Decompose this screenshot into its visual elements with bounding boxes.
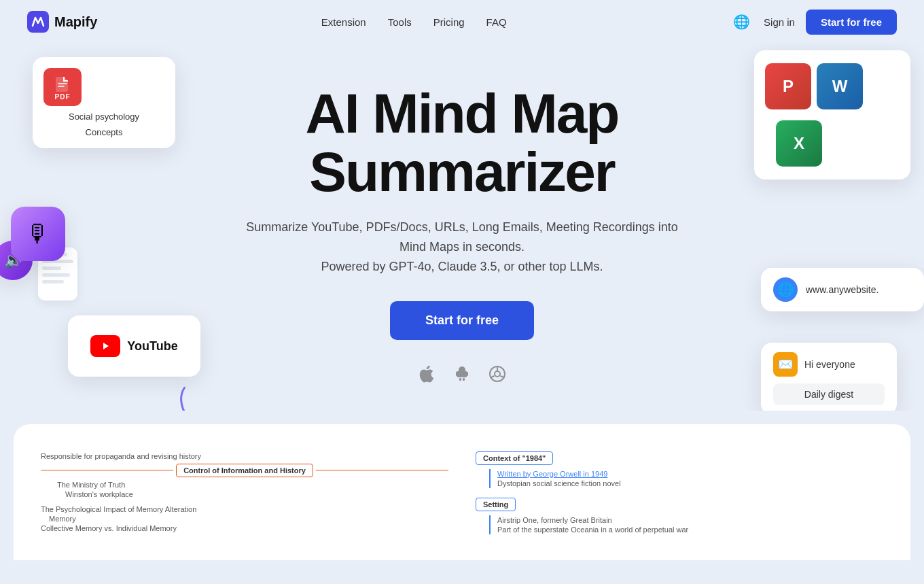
- language-button[interactable]: 🌐: [730, 11, 753, 33]
- nav-right: 🌐 Sign in Start for free: [730, 10, 897, 35]
- email-card: ✉️ Hi everyone Daily digest: [761, 343, 897, 411]
- svg-rect-4: [457, 371, 467, 377]
- mindmap-left: Responsible for propaganda and revising …: [41, 451, 448, 560]
- svg-rect-5: [456, 372, 457, 376]
- mm-sub-genre: Dystopian social science fiction novel: [497, 479, 883, 488]
- svg-point-10: [495, 371, 500, 377]
- email-icon: ✉️: [773, 352, 798, 377]
- mm-node-context: Context of "1984": [476, 451, 553, 465]
- pdf-card: PDF Social psychology Concepts: [33, 57, 175, 148]
- mm-sub1e: Memory: [41, 514, 448, 523]
- android-icon: [452, 364, 472, 383]
- mm-sub-author: Written by George Orwell in 1949: [497, 469, 883, 479]
- email-digest: Daily digest: [773, 383, 885, 405]
- svg-rect-6: [467, 372, 468, 376]
- mm-sub-oceania: Part of the superstate Oceania in a worl…: [497, 525, 883, 534]
- pdf-text1: Social psychology: [43, 111, 164, 122]
- chrome-icon: [488, 364, 507, 383]
- mm-sub1c: Responsible for propaganda and revising …: [41, 451, 448, 461]
- office-card: P W X: [754, 50, 910, 179]
- svg-point-2: [459, 369, 461, 371]
- logo[interactable]: Mapify: [27, 11, 97, 33]
- youtube-play-icon: [90, 335, 120, 357]
- mm-sub1f: Collective Memory vs. Individual Memory: [41, 523, 448, 533]
- nav-links: Extension Tools Pricing FAQ: [321, 16, 507, 28]
- svg-marker-1: [103, 343, 109, 349]
- office-icons: P W X: [754, 52, 910, 177]
- hero-cta-button[interactable]: Start for free: [390, 301, 534, 340]
- logo-icon: [27, 11, 49, 33]
- globe-icon: 🌐: [773, 277, 798, 302]
- mm-sub-airstrip: Airstrip One, formerly Great Britain: [497, 515, 883, 525]
- mindmap-preview: Responsible for propaganda and revising …: [41, 451, 883, 560]
- svg-rect-7: [459, 378, 461, 381]
- svg-rect-8: [463, 378, 465, 381]
- navigation: Mapify Extension Tools Pricing FAQ 🌐 Sig…: [0, 0, 924, 44]
- word-icon: W: [817, 63, 863, 109]
- nav-tools[interactable]: Tools: [388, 16, 412, 28]
- excel-icon: X: [776, 120, 822, 167]
- svg-point-3: [463, 369, 465, 371]
- website-url: www.anywebsite.: [806, 284, 878, 295]
- pdf-icon: PDF: [43, 68, 82, 106]
- mm-node-setting: Setting: [476, 498, 516, 511]
- mm-sub1a: The Ministry of Truth: [57, 480, 448, 489]
- youtube-card: YouTube: [68, 315, 200, 377]
- mm-node1: Control of Information and History: [176, 464, 313, 477]
- email-greeting: Hi everyone: [804, 359, 855, 370]
- nav-extension[interactable]: Extension: [321, 16, 366, 28]
- apple-icon: [417, 364, 436, 383]
- nav-pricing[interactable]: Pricing: [433, 16, 465, 28]
- pdf-text2: Concepts: [43, 127, 164, 137]
- bottom-section: Responsible for propaganda and revising …: [14, 424, 910, 560]
- email-header: ✉️ Hi everyone: [773, 352, 885, 377]
- nav-faq[interactable]: FAQ: [486, 16, 507, 28]
- website-card: 🌐 www.anywebsite.: [761, 268, 924, 311]
- hero-section: PDF Social psychology Concepts 🔊 🎙 YouTu…: [0, 44, 924, 411]
- nav-start-button[interactable]: Start for free: [806, 10, 897, 35]
- podcast-card: 🎙: [11, 207, 65, 261]
- powerpoint-icon: P: [765, 63, 811, 109]
- mm-sub1b: Winston's workplace: [57, 489, 448, 499]
- mm-sub1d: The Psychological Impact of Memory Alter…: [41, 504, 448, 514]
- youtube-label: YouTube: [127, 339, 177, 354]
- signin-button[interactable]: Sign in: [764, 16, 795, 28]
- mindmap-right: Context of "1984" Written by George Orwe…: [476, 451, 883, 560]
